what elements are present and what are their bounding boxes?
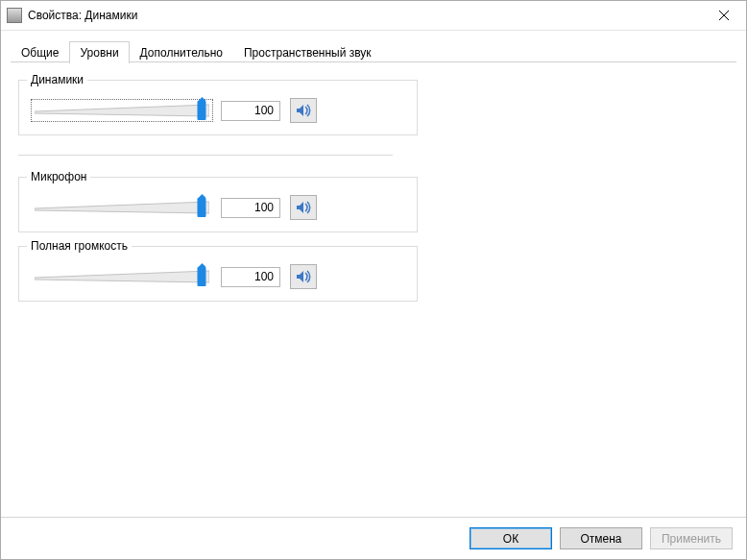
tab-general[interactable]: Общие [11,41,69,63]
tab-levels[interactable]: Уровни [69,41,129,63]
apply-button[interactable]: Применить [650,527,733,549]
value-speakers[interactable]: 100 [221,101,280,121]
svg-marker-2 [35,105,209,116]
group-full-volume: Полная громкость 100 [18,246,418,302]
tab-label: Пространственный звук [244,46,372,60]
properties-dialog: Свойства: Динамики Общие Уровни Дополнит… [0,0,747,560]
svg-marker-7 [297,271,303,282]
slider-full[interactable] [31,265,213,288]
svg-marker-3 [297,105,303,116]
group-label-speakers: Динамики [27,73,87,86]
section-divider [18,155,393,156]
value-microphone[interactable]: 100 [221,198,280,218]
slider-microphone[interactable] [31,196,213,219]
mute-button-full[interactable] [290,264,317,289]
svg-marker-4 [35,202,209,213]
slider-thumb[interactable] [198,198,206,217]
value-full[interactable]: 100 [221,267,280,287]
tab-label: Общие [21,46,59,60]
app-icon [7,8,22,23]
svg-marker-5 [297,202,303,213]
tab-content: Динамики 100 [1,62,746,517]
slider-speakers[interactable] [31,99,213,122]
title-bar: Свойства: Динамики [1,1,746,31]
tab-advanced[interactable]: Дополнительно [130,41,233,63]
ok-button[interactable]: ОК [470,527,552,549]
close-button[interactable] [702,1,746,30]
cancel-button[interactable]: Отмена [560,527,642,549]
group-speakers: Динамики 100 [18,80,418,135]
tab-bar: Общие Уровни Дополнительно Пространствен… [1,31,746,62]
tab-label: Дополнительно [140,46,223,60]
dialog-footer: ОК Отмена Применить [1,517,746,559]
tab-spatial[interactable]: Пространственный звук [233,41,382,63]
slider-thumb[interactable] [198,267,206,286]
window-title: Свойства: Динамики [28,9,702,22]
speaker-icon [296,269,311,284]
speaker-icon [296,200,311,215]
mute-button-microphone[interactable] [290,195,317,220]
group-microphone: Микрофон 100 [18,177,418,232]
group-label-full: Полная громкость [27,239,132,253]
slider-thumb[interactable] [198,101,206,120]
speaker-icon [296,103,311,118]
close-icon [719,11,729,20]
tab-label: Уровни [80,46,118,60]
mute-button-speakers[interactable] [290,98,317,123]
group-label-microphone: Микрофон [27,170,90,183]
svg-marker-6 [35,271,209,282]
